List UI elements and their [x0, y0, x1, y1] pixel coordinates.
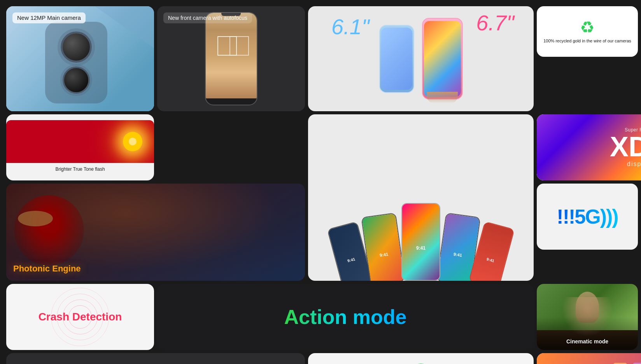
camera-title: New 12MP Main camera [12, 12, 86, 23]
camera-card: New 12MP Main camera [6, 6, 154, 111]
size1-text: 6.1" [331, 14, 370, 39]
front-camera-title-text: New front camera with autofocus [168, 14, 247, 21]
phone3-time: 9:41 [416, 245, 426, 251]
action-mode-card: Action mode [157, 284, 534, 350]
phone5-time: 9:41 [486, 257, 495, 263]
size2-text: 6.7" [476, 10, 514, 35]
camera-title-text: New 12MP Main camera [17, 14, 81, 21]
size-label-large: 6.7" [476, 10, 514, 35]
cinematic-card: Cinematic mode [537, 284, 638, 350]
phone1-time: 9:41 [347, 257, 356, 263]
phone4-time: 9:41 [453, 252, 462, 257]
fiveg-card: !!!5G))) [537, 184, 638, 250]
crash-detection-card: Crash Detection [6, 284, 154, 350]
flash-card: Brighter True Tone flash [6, 114, 154, 180]
crash-title: Crash Detection [39, 310, 122, 324]
photonic-card: Photonic Engine [6, 184, 305, 281]
xdr-card: Super Retina XDR display [537, 114, 641, 180]
phones-card: 9:41 9:41 9:41 9:41 [308, 114, 534, 281]
xdr-main: XDR [610, 133, 641, 161]
cinematic-title: Cinematic mode [566, 338, 608, 345]
sos-card: Emergency SOS via satellite [308, 353, 534, 364]
front-camera-card: New front camera with autofocus [157, 6, 305, 111]
flash-title: Brighter True Tone flash [55, 166, 105, 172]
xdr-display: display [627, 161, 641, 168]
action-title: Action mode [284, 305, 407, 329]
sizes-card: 6.1" 6.7" [308, 6, 534, 111]
fitness-card: 🍎 Fitness+ All you need is iPhone [537, 353, 641, 364]
photonic-title: Photonic Engine [13, 264, 81, 274]
recycle-icon: ♻ [580, 19, 595, 36]
recycled-card: ♻ 100% recycled gold in the wire of our … [537, 6, 638, 57]
phone2-time: 9:41 [379, 252, 388, 257]
front-camera-title: New front camera with autofocus [163, 12, 252, 23]
recycled-text: 100% recycled gold in the wire of our ca… [543, 38, 631, 44]
size-label-small: 6.1" [331, 14, 370, 39]
five-colors-card: Five new colors [6, 353, 305, 364]
fiveg-text: !!!5G))) [557, 205, 618, 228]
